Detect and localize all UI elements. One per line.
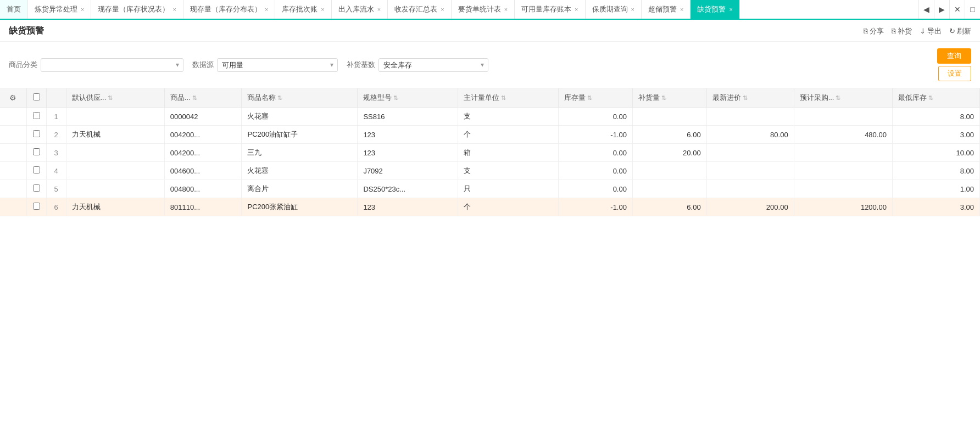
datasource-select[interactable]: 可用量 现存量 (217, 58, 338, 72)
cell-supplier-0 (66, 108, 164, 126)
table-row: 5 004800... 离合片 DS250*23c... 只 0.00 1.00 (0, 180, 980, 198)
cell-minstock-3: 8.00 (892, 162, 979, 180)
row-checkbox-0[interactable] (33, 112, 40, 119)
replenish-button[interactable]: ⎘ 补货 (892, 26, 912, 36)
cell-stock-3: 0.00 (559, 162, 633, 180)
cell-est-1: 480.00 (794, 126, 892, 144)
sort-icon-spec: ⇅ (393, 94, 398, 101)
cell-rownum-4: 5 (46, 180, 66, 198)
cell-spec-5: 123 (358, 198, 458, 216)
cell-spec-3: J7092 (358, 162, 458, 180)
cell-replenish-2: 20.00 (632, 144, 706, 162)
query-button[interactable]: 查询 (937, 48, 971, 64)
tab-expiry-query[interactable]: 保质期查询 × (586, 0, 642, 19)
close-tab-inventory-status[interactable]: × (172, 6, 176, 13)
tab-inventory-dist[interactable]: 现存量（库存分布表） × (183, 0, 275, 19)
close-tab-shortage[interactable]: × (729, 6, 732, 13)
cell-price-0 (706, 108, 794, 126)
refresh-button[interactable]: ↻ 刷新 (949, 26, 971, 36)
cell-checkbox-2[interactable] (26, 144, 46, 162)
cell-supplier-3 (66, 162, 164, 180)
col-spec[interactable]: 规格型号⇅ (358, 88, 458, 108)
tab-inout-flow[interactable]: 出入库流水 × (332, 0, 388, 19)
col-stock[interactable]: 库存量⇅ (559, 88, 633, 108)
cell-checkbox-0[interactable] (26, 108, 46, 126)
sort-icon-unit: ⇅ (501, 94, 506, 101)
cell-settings-5 (0, 198, 26, 216)
tab-available-ledger[interactable]: 可用量库存账本 × (515, 0, 585, 19)
cell-unit-5: 个 (458, 198, 558, 216)
tab-navigation: ◀ ▶ ✕ □ (918, 0, 980, 19)
cell-settings-4 (0, 180, 26, 198)
sort-icon-code: ⇅ (192, 94, 197, 101)
close-tab-abnormal[interactable]: × (81, 6, 84, 13)
col-unit[interactable]: 主计量单位⇅ (458, 88, 558, 108)
share-button[interactable]: ⎘ 分享 (864, 26, 884, 36)
row-checkbox-2[interactable] (33, 148, 40, 155)
replenish-icon: ⎘ (892, 27, 896, 35)
row-checkbox-5[interactable] (33, 203, 40, 210)
cell-checkbox-3[interactable] (26, 162, 46, 180)
settings-gear-icon[interactable]: ⚙ (9, 93, 16, 102)
category-label: 商品分类 (9, 60, 37, 70)
close-tab-inout-flow[interactable]: × (377, 6, 381, 13)
tab-abnormal[interactable]: 炼货异常处理 × (28, 0, 91, 19)
tab-inventory-status[interactable]: 现存量（库存状况表） × (91, 0, 183, 19)
cell-unit-2: 箱 (458, 144, 558, 162)
col-min-stock[interactable]: 最低库存⇅ (892, 88, 979, 108)
tab-home[interactable]: 首页 (0, 0, 28, 19)
close-tab-recv-summary[interactable]: × (441, 6, 444, 13)
col-est-purchase[interactable]: 预计采购...⇅ (794, 88, 892, 108)
category-select[interactable] (41, 58, 183, 72)
col-settings[interactable]: ⚙ (0, 88, 26, 108)
close-tab-available-ledger[interactable]: × (575, 6, 578, 13)
close-tab-expiry-query[interactable]: × (631, 6, 634, 13)
tab-overstock[interactable]: 超储预警 × (642, 0, 691, 19)
cell-rownum-0: 1 (46, 108, 66, 126)
col-product-name[interactable]: 商品名称⇅ (242, 88, 358, 108)
sort-icon-est: ⇅ (836, 94, 840, 101)
cell-price-5: 200.00 (706, 198, 794, 216)
close-tab-inventory-dist[interactable]: × (265, 6, 268, 13)
tab-batch-account[interactable]: 库存批次账 × (275, 0, 331, 19)
cell-replenish-3 (632, 162, 706, 180)
row-checkbox-4[interactable] (33, 184, 40, 192)
replenish-basis-filter-group: 补货基数 安全库存 最低库存 (347, 58, 488, 72)
tab-order-stat[interactable]: 要货单统计表 × (452, 0, 515, 19)
cell-spec-2: 123 (358, 144, 458, 162)
category-filter-group: 商品分类 (9, 58, 183, 72)
row-checkbox-1[interactable] (33, 130, 40, 137)
tab-prev-button[interactable]: ◀ (918, 0, 934, 19)
replenish-basis-select[interactable]: 安全库存 最低库存 (378, 58, 488, 72)
cell-checkbox-5[interactable] (26, 198, 46, 216)
col-product-code[interactable]: 商品...⇅ (164, 88, 242, 108)
col-latest-price[interactable]: 最新进价⇅ (706, 88, 794, 108)
col-replenish-qty[interactable]: 补货量⇅ (632, 88, 706, 108)
cell-spec-0: SS816 (358, 108, 458, 126)
sort-icon-stock: ⇅ (587, 94, 592, 101)
cell-stock-4: 0.00 (559, 180, 633, 198)
settings-button[interactable]: 设置 (938, 66, 971, 81)
table-body: 1 0000042 火花塞 SS816 支 0.00 8.00 2 力天机械 0… (0, 108, 980, 216)
filter-bar: 商品分类 数据源 可用量 现存量 补货基数 安全库存 最低库存 (0, 42, 980, 88)
cell-checkbox-4[interactable] (26, 180, 46, 198)
close-tab-batch-account[interactable]: × (321, 6, 324, 13)
close-tab-order-stat[interactable]: × (504, 6, 508, 13)
col-checkbox (26, 88, 46, 108)
table-row: 3 004200... 三九 123 箱 0.00 20.00 10.00 (0, 144, 980, 162)
tab-next-button[interactable]: ▶ (934, 0, 949, 19)
select-all-checkbox[interactable] (33, 93, 40, 100)
tab-close-all-button[interactable]: ✕ (949, 0, 965, 19)
tab-recv-summary[interactable]: 收发存汇总表 × (388, 0, 451, 19)
cell-est-2 (794, 144, 892, 162)
sort-icon-name: ⇅ (277, 94, 282, 101)
col-default-supplier[interactable]: 默认供应...⇅ (66, 88, 164, 108)
close-tab-overstock[interactable]: × (680, 6, 683, 13)
row-checkbox-3[interactable] (33, 166, 40, 173)
tab-maximize-button[interactable]: □ (965, 0, 980, 19)
export-icon: ⇓ (920, 27, 926, 35)
cell-checkbox-1[interactable] (26, 126, 46, 144)
export-button[interactable]: ⇓ 导出 (920, 26, 942, 36)
tab-bar: 首页 炼货异常处理 × 现存量（库存状况表） × 现存量（库存分布表） × 库存… (0, 0, 980, 20)
tab-shortage[interactable]: 缺货预警 × (691, 0, 739, 19)
